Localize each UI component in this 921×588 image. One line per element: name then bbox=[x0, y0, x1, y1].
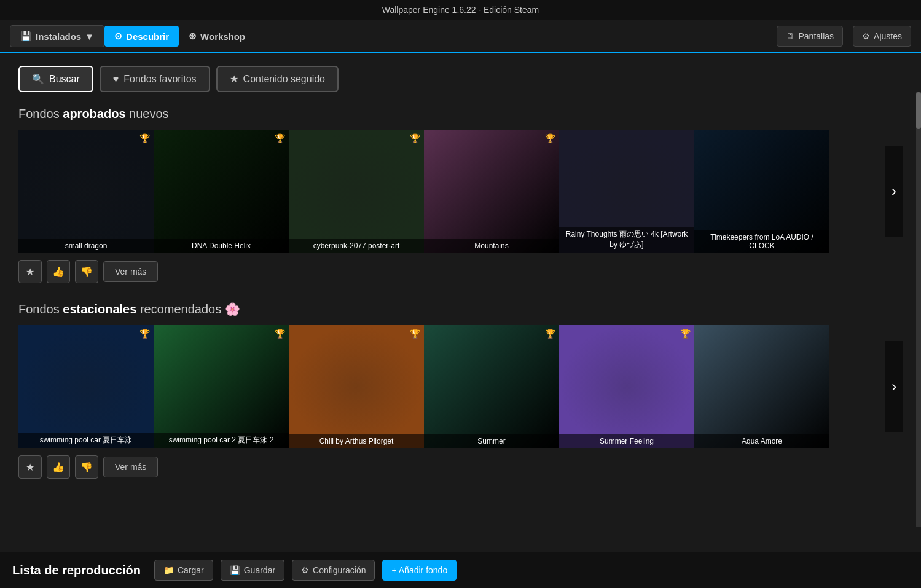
tab-row: 🔍 Buscar ♥ Fondos favoritos ★ Contenido … bbox=[18, 66, 903, 92]
section1-wallpaper-row: 🏆small dragon🏆DNA Double Helix🏆cyberpunk… bbox=[18, 130, 903, 253]
section2-title: Fondos estacionales recomendados 🌸 bbox=[18, 302, 903, 316]
trophy-icon: 🏆 bbox=[275, 329, 285, 339]
star-icon: ★ bbox=[230, 73, 238, 85]
wallpaper-item-row2-5[interactable]: Aqua Amore bbox=[694, 325, 829, 448]
wallpaper-label: DNA Double Helix bbox=[154, 239, 289, 253]
wallpaper-label: swimming pool car 夏日车泳 bbox=[18, 433, 154, 448]
añadir-fondo-button[interactable]: + Añadir fondo bbox=[382, 560, 457, 581]
dropdown-icon: ▼ bbox=[85, 31, 94, 42]
section1-action-row: ★ 👍 👎 Ver más bbox=[18, 260, 903, 283]
section2-scroll-next[interactable]: › bbox=[885, 341, 903, 432]
wallpaper-thumb bbox=[289, 325, 424, 448]
tab-seguido[interactable]: ★ Contenido seguido bbox=[216, 66, 339, 92]
section2-action-row: ★ 👍 👎 Ver más bbox=[18, 455, 903, 479]
config-icon: ⚙ bbox=[301, 565, 309, 575]
wallpaper-item-row1-1[interactable]: 🏆DNA Double Helix bbox=[154, 130, 289, 253]
wallpaper-item-row1-2[interactable]: 🏆cyberpunk-2077 poster-art bbox=[289, 130, 424, 253]
tab-buscar[interactable]: 🔍 Buscar bbox=[18, 66, 93, 92]
tab-favoritos[interactable]: ♥ Fondos favoritos bbox=[100, 66, 210, 92]
monitor-icon: 🖥 bbox=[786, 31, 794, 41]
wallpaper-label: Mountains bbox=[424, 239, 559, 253]
section2-row-wrapper: 🏆swimming pool car 夏日车泳🏆swimming pool ca… bbox=[18, 325, 903, 448]
cargar-button[interactable]: 📁 Cargar bbox=[154, 560, 213, 581]
trophy-icon: 🏆 bbox=[275, 133, 285, 143]
trophy-icon: 🏆 bbox=[139, 133, 150, 143]
section1-dislike-btn[interactable]: 👎 bbox=[75, 260, 98, 283]
wallpaper-thumb bbox=[289, 130, 424, 253]
sidebar-scroll[interactable] bbox=[916, 92, 921, 527]
section1-row-wrapper: 🏆small dragon🏆DNA Double Helix🏆cyberpunk… bbox=[18, 130, 903, 253]
section2-emoji: 🌸 bbox=[225, 302, 240, 316]
trophy-icon: 🏆 bbox=[545, 329, 555, 339]
wallpaper-thumb bbox=[154, 130, 289, 253]
section1-favorite-btn[interactable]: ★ bbox=[18, 260, 42, 283]
sidebar-scroll-thumb bbox=[916, 92, 921, 129]
wallpaper-thumb bbox=[18, 325, 154, 448]
nav-workshop[interactable]: ⊛ Workshop bbox=[179, 26, 255, 47]
gear-icon: ⚙ bbox=[862, 31, 870, 41]
trophy-icon: 🏆 bbox=[680, 329, 691, 339]
pantallas-button[interactable]: 🖥 Pantallas bbox=[777, 26, 843, 47]
section2-wallpaper-row: 🏆swimming pool car 夏日车泳🏆swimming pool ca… bbox=[18, 325, 903, 448]
trophy-icon: 🏆 bbox=[410, 133, 420, 143]
bottom-bar: Lista de reproducción 📁 Cargar 💾 Guardar… bbox=[0, 552, 921, 588]
section2-ver-mas-btn[interactable]: Ver más bbox=[103, 457, 158, 477]
wallpaper-thumb bbox=[424, 325, 559, 448]
wallpaper-item-row2-2[interactable]: 🏆Chill by Arthus Pilorget bbox=[289, 325, 424, 448]
playlist-title: Lista de reproducción bbox=[12, 563, 141, 578]
wallpaper-label: swimming pool car 2 夏日车泳 2 bbox=[154, 433, 289, 448]
search-icon: 🔍 bbox=[32, 73, 44, 85]
instalados-icon: 💾 bbox=[20, 31, 32, 42]
wallpaper-thumb bbox=[559, 325, 694, 448]
wallpaper-label: Rainy Thoughts 雨の思い 4k [Artwork by ゆづあ] bbox=[559, 227, 694, 253]
heart-icon: ♥ bbox=[113, 74, 119, 85]
trophy-icon: 🏆 bbox=[139, 329, 150, 339]
section2-dislike-btn[interactable]: 👎 bbox=[75, 455, 98, 479]
configuracion-button[interactable]: ⚙ Configuración bbox=[292, 560, 375, 581]
guardar-button[interactable]: 💾 Guardar bbox=[221, 560, 284, 581]
wallpaper-label: cyberpunk-2077 poster-art bbox=[289, 239, 424, 253]
wallpaper-item-row2-0[interactable]: 🏆swimming pool car 夏日车泳 bbox=[18, 325, 154, 448]
wallpaper-thumb bbox=[18, 130, 154, 253]
wallpaper-label: Summer Feeling bbox=[559, 434, 694, 448]
section2-like-btn[interactable]: 👍 bbox=[47, 455, 70, 479]
trophy-icon: 🏆 bbox=[410, 329, 420, 339]
section1-ver-mas-btn[interactable]: Ver más bbox=[103, 261, 158, 282]
trophy-icon: 🏆 bbox=[545, 133, 555, 143]
wallpaper-thumb bbox=[694, 325, 829, 448]
nav-instalados[interactable]: 💾 Instalados ▼ bbox=[10, 25, 104, 47]
wallpaper-label: Aqua Amore bbox=[694, 434, 829, 448]
wallpaper-item-row2-1[interactable]: 🏆swimming pool car 2 夏日车泳 2 bbox=[154, 325, 289, 448]
section1-title: Fondos aprobados nuevos bbox=[18, 107, 903, 121]
descubrir-icon: ⊙ bbox=[114, 31, 122, 42]
wallpaper-item-row1-5[interactable]: Timekeepers from LoA AUDIO / CLOCK bbox=[694, 130, 829, 253]
app-title: Wallpaper Engine 1.6.22 - Edición Steam bbox=[382, 5, 539, 15]
wallpaper-thumb bbox=[154, 325, 289, 448]
nav-right: 🖥 Pantallas ⚙ Ajustes bbox=[777, 26, 911, 47]
wallpaper-item-row1-4[interactable]: Rainy Thoughts 雨の思い 4k [Artwork by ゆづあ] bbox=[559, 130, 694, 253]
wallpaper-label: Timekeepers from LoA AUDIO / CLOCK bbox=[694, 230, 829, 253]
wallpaper-label: Summer bbox=[424, 434, 559, 448]
wallpaper-item-row1-3[interactable]: 🏆Mountains bbox=[424, 130, 559, 253]
wallpaper-item-row2-4[interactable]: 🏆Summer Feeling bbox=[559, 325, 694, 448]
top-nav: 💾 Instalados ▼ ⊙ Descubrir ⊛ Workshop 🖥 … bbox=[0, 20, 921, 53]
wallpaper-thumb bbox=[424, 130, 559, 253]
wallpaper-label: small dragon bbox=[18, 239, 154, 253]
nav-descubrir[interactable]: ⊙ Descubrir bbox=[104, 26, 179, 47]
section2-favorite-btn[interactable]: ★ bbox=[18, 455, 42, 479]
wallpaper-item-row1-0[interactable]: 🏆small dragon bbox=[18, 130, 154, 253]
ajustes-button[interactable]: ⚙ Ajustes bbox=[853, 26, 911, 47]
wallpaper-label: Chill by Arthus Pilorget bbox=[289, 434, 424, 448]
main-content: 🔍 Buscar ♥ Fondos favoritos ★ Contenido … bbox=[0, 53, 921, 509]
section1-scroll-next[interactable]: › bbox=[885, 146, 903, 237]
title-bar: Wallpaper Engine 1.6.22 - Edición Steam bbox=[0, 0, 921, 20]
wallpaper-item-row2-3[interactable]: 🏆Summer bbox=[424, 325, 559, 448]
save-icon: 💾 bbox=[230, 565, 240, 575]
section1-like-btn[interactable]: 👍 bbox=[47, 260, 70, 283]
steam-icon: ⊛ bbox=[189, 31, 197, 42]
cargar-icon: 📁 bbox=[163, 565, 174, 575]
